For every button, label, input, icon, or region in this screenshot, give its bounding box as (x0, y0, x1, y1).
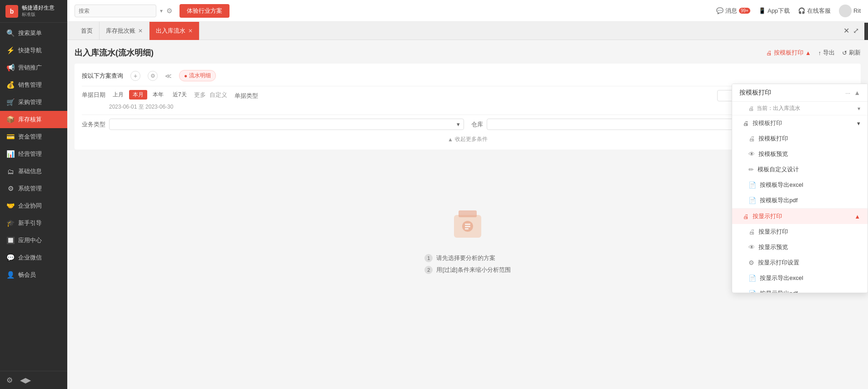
empty-tips: 1 请先选择要分析的方案 2 用[过滤]条件来缩小分析范围 (424, 254, 510, 274)
filter-tag-icon: ● (184, 73, 187, 79)
dropdown-item-template-excel[interactable]: 📄按模板导出excel (732, 177, 868, 193)
search-chevron-icon[interactable]: ▾ (160, 8, 163, 14)
tab-label-flow: 出入库流水 (156, 27, 185, 35)
item-label-display-excel: 按显示导出excel (760, 274, 803, 282)
close-window-icon[interactable]: ✕ (843, 26, 849, 35)
item-label-template-pdf: 按模板导出pdf (760, 196, 798, 204)
filter-add-button[interactable]: + (130, 71, 140, 81)
sidebar-icon-appcenter: 🔲 (6, 236, 15, 244)
sidebar-item-basic[interactable]: 🗂基础信息 (0, 163, 67, 180)
export-label: 导出 (823, 49, 835, 57)
dropdown-section-template-print[interactable]: 🖨按模板打印▾ (732, 115, 868, 131)
topbar-search-area: ▾ ⚙ (75, 5, 174, 17)
app-download-item[interactable]: 📱 App下载 (758, 7, 790, 15)
dropdown-more-icon[interactable]: ··· (845, 90, 850, 96)
filter-header-row: 按以下方案查询 + ⚙ ≪ ● 流水明细 (82, 70, 853, 81)
date-tab-本年[interactable]: 本年 (149, 90, 167, 100)
filter-settings-button[interactable]: ⚙ (148, 71, 158, 81)
avatar (839, 5, 852, 17)
message-item[interactable]: 💬 消息 99+ (716, 7, 750, 15)
sidebar-label-basic: 基础信息 (18, 167, 42, 175)
dropdown-section-display-print[interactable]: 🖨按显示打印▲ (732, 208, 868, 224)
tab-close-batch[interactable]: ✕ (138, 28, 143, 34)
date-more-icon[interactable]: 更多 (194, 91, 206, 99)
sidebar-item-shortcut[interactable]: ⚡快捷导航 (0, 42, 67, 59)
dropdown-chevron-icon[interactable]: ▲ (854, 89, 860, 96)
item-label-template-excel: 按模板导出excel (760, 181, 803, 189)
sidebar-icon-shortcut: ⚡ (6, 46, 15, 55)
user-avatar-item[interactable]: Rit (839, 5, 861, 17)
dropdown-item-template-print-item[interactable]: 🖨按模板打印 (732, 131, 868, 146)
dropdown-item-display-print-settings[interactable]: ⚙按显示打印设置 (732, 255, 868, 270)
main-area: ▾ ⚙ 体验行业方案 💬 消息 99+ 📱 App下载 🎧 在线客服 Rit (67, 0, 868, 389)
sidebar-item-operations[interactable]: 📊经营管理 (0, 145, 67, 163)
sidebar-item-cooperation[interactable]: 🤝企业协同 (0, 197, 67, 214)
svg-rect-4 (465, 226, 470, 227)
sidebar-item-guide[interactable]: 🎓新手引导 (0, 214, 67, 232)
sidebar-icon-inventory: 📦 (6, 115, 15, 124)
filter-tag[interactable]: ● 流水明细 (179, 70, 216, 81)
dropdown-header-actions: ··· ▲ (845, 89, 860, 96)
sidebar-item-member[interactable]: 👤畅会员 (0, 266, 67, 284)
filter-collapse-icon[interactable]: ≪ (165, 72, 172, 80)
settings-gear-icon[interactable]: ⚙ (166, 7, 172, 15)
dropdown-item-template-pdf[interactable]: 📄按模板导出pdf (732, 193, 868, 208)
biz-type-select[interactable]: ▾ (109, 119, 464, 130)
sidebar-item-marketing[interactable]: 📢营销推广 (0, 59, 67, 76)
export-icon: ↑ (818, 50, 822, 56)
dropdown-current-text: 当前：出入库流水 (757, 105, 800, 112)
sidebar-label-shortcut: 快捷导航 (18, 46, 42, 55)
sidebar-icon-wechat: 💬 (6, 254, 15, 262)
print-chevron-icon[interactable]: ▲ (805, 50, 811, 56)
print-label: 按模板打印 (774, 49, 803, 57)
current-chevron-icon[interactable]: ▾ (858, 105, 860, 112)
item-icon-template-pdf: 📄 (748, 197, 756, 204)
export-button[interactable]: ↑ 导出 (818, 49, 835, 57)
tab-home[interactable]: 首页 (75, 22, 100, 40)
sidebar-item-search[interactable]: 🔍搜索菜单 (0, 25, 67, 42)
sidebar-item-purchase[interactable]: 🛒采购管理 (0, 94, 67, 111)
print-button[interactable]: 🖨 按模板打印 ▲ (766, 49, 811, 57)
item-label-display-print-settings: 按显示打印设置 (758, 259, 799, 267)
settings-icon[interactable]: ⚙ (6, 376, 13, 384)
dropdown-item-display-preview[interactable]: 👁按显示预览 (732, 239, 868, 255)
sidebar-item-finance[interactable]: 💳资金管理 (0, 128, 67, 145)
section-chevron-display-print: ▲ (854, 213, 860, 220)
date-tab-本月[interactable]: 本月 (129, 90, 147, 100)
dropdown-item-template-preview[interactable]: 👁按模板预览 (732, 146, 868, 162)
refresh-icon: ↺ (842, 50, 847, 56)
item-label-display-pdf: 按显示导出pdf (760, 289, 798, 293)
sidebar-item-sales[interactable]: 💰销售管理 (0, 76, 67, 94)
collapse-sidebar-icon[interactable]: ◀▶ (20, 376, 31, 384)
refresh-button[interactable]: ↺ 刷新 (842, 49, 861, 57)
tab-close-flow[interactable]: ✕ (188, 28, 193, 34)
maximize-icon[interactable]: ⤢ (853, 26, 859, 35)
tab-flow[interactable]: 出入库流水✕ (150, 22, 200, 40)
dropdown-item-display-print-item[interactable]: 🖨按显示打印 (732, 224, 868, 239)
sidebar-logo: b 畅捷通好生意 标准版 (0, 0, 67, 23)
date-tab-上月[interactable]: 上月 (109, 90, 127, 100)
date-custom-label[interactable]: 自定义 (210, 91, 227, 99)
sidebar-item-inventory[interactable]: 📦库存核算 (0, 111, 67, 128)
printer-icon: 🖨 (748, 105, 754, 112)
tip-num-2: 2 (424, 266, 433, 274)
sidebar-item-wechat[interactable]: 💬企业微信 (0, 249, 67, 266)
sidebar-item-appcenter[interactable]: 🔲应用中心 (0, 232, 67, 249)
dropdown-item-display-excel[interactable]: 📄按显示导出excel (732, 270, 868, 286)
dropdown-title: 按模板打印 (739, 89, 771, 97)
date-tab-近7天[interactable]: 近7天 (169, 90, 190, 100)
dropdown-item-template-custom[interactable]: ✏模板自定义设计 (732, 162, 868, 177)
item-icon-template-custom: ✏ (748, 166, 754, 173)
industry-solution-button[interactable]: 体验行业方案 (180, 4, 229, 18)
tab-batch[interactable]: 库存批次账✕ (100, 22, 150, 40)
sidebar-item-system[interactable]: ⚙系统管理 (0, 180, 67, 197)
sidebar-icon-operations: 📊 (6, 150, 15, 158)
print-icon: 🖨 (766, 50, 772, 56)
tab-label-batch: 库存批次账 (106, 27, 135, 35)
dropdown-item-display-pdf[interactable]: 📄按显示导出pdf (732, 286, 868, 293)
search-input[interactable] (75, 5, 156, 17)
sidebar-label-system: 系统管理 (18, 185, 42, 193)
online-service-item[interactable]: 🎧 在线客服 (798, 7, 831, 15)
item-icon-template-preview: 👁 (748, 150, 755, 158)
collapse-icon: ▲ (448, 136, 453, 143)
